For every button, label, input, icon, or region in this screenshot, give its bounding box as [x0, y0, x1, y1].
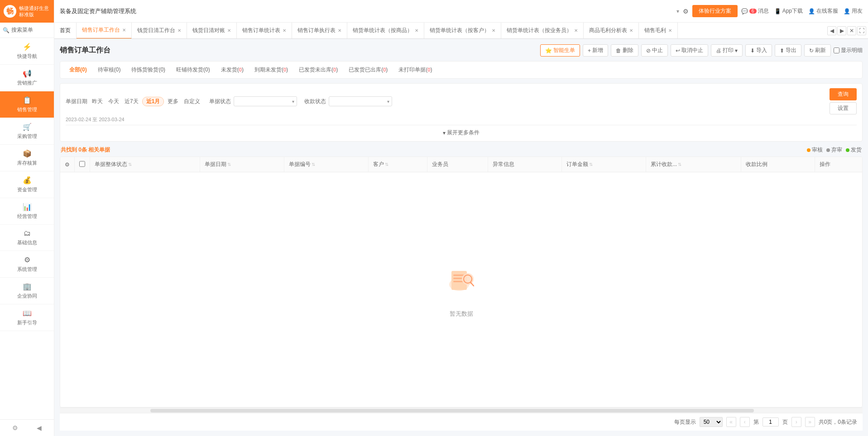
- stop-btn[interactable]: ⊘ 中止: [641, 44, 668, 57]
- online-service-action[interactable]: 👤 在线客服: [808, 7, 838, 15]
- ship-btn[interactable]: 发货: [846, 146, 862, 154]
- date-option-7days[interactable]: 近7天: [123, 97, 140, 106]
- sidebar-item-basic-info[interactable]: 🗂 基础信息: [0, 225, 54, 251]
- th-status[interactable]: 单据整体状态: [90, 157, 200, 172]
- tab-home[interactable]: 首页: [54, 23, 77, 39]
- tab-sales-summary-staff[interactable]: 销货单统计表（按业务员） ✕: [501, 23, 584, 39]
- export-btn[interactable]: ⬆ 导出: [775, 44, 801, 57]
- tab-sales-summary-product[interactable]: 销货单统计表（按商品） ✕: [347, 23, 424, 39]
- subtab-overdue-not-shipped[interactable]: 到期未发货(0): [249, 64, 293, 76]
- tab-close-sales-more[interactable]: ✕: [668, 28, 672, 33]
- tab-nav-next[interactable]: ▶: [837, 26, 846, 35]
- filter-expand-btn[interactable]: ▾ 展开更多条件: [66, 125, 857, 137]
- pagination-next[interactable]: ›: [791, 417, 801, 427]
- th-date[interactable]: 单据日期: [200, 157, 284, 172]
- print-btn[interactable]: 🖨 打印 ▾: [711, 44, 743, 57]
- sidebar-item-system[interactable]: ⚙ 系统管理: [0, 251, 54, 278]
- refresh-btn[interactable]: ↻ 刷新: [804, 44, 831, 57]
- tab-nav-maximize[interactable]: ⛶: [857, 26, 866, 35]
- new-btn[interactable]: + 新增: [583, 44, 608, 57]
- topbar-dropdown-arrow[interactable]: ▾: [676, 8, 679, 14]
- filter-payment-select[interactable]: [329, 96, 392, 106]
- sidebar-item-inventory[interactable]: 📦 库存核算: [0, 145, 54, 171]
- pagination-total: 共0页，0条记录: [819, 418, 857, 426]
- tab-close-sales-exec[interactable]: ✕: [338, 28, 341, 33]
- subtab-pending-check[interactable]: 待拣货验货(0): [126, 64, 171, 76]
- sidebar-item-operation[interactable]: 📊 经营管理: [0, 198, 54, 225]
- tab-cash-reconcile[interactable]: 钱货日清对账 ✕: [187, 23, 237, 39]
- subtab-not-shipped[interactable]: 未发货(0): [216, 64, 249, 76]
- tab-sales-exec[interactable]: 销售订单执行表 ✕: [292, 23, 347, 39]
- cancel-stop-btn[interactable]: ↩ 取消中止: [671, 44, 708, 57]
- tab-nav-prev[interactable]: ◀: [827, 26, 836, 35]
- sidebar-item-purchase[interactable]: 🛒 采购管理: [0, 118, 54, 145]
- settings-bottom-icon[interactable]: ⚙: [12, 424, 18, 431]
- th-number[interactable]: 单据编号: [284, 157, 369, 172]
- pagination-prev[interactable]: ‹: [740, 417, 750, 427]
- th-amount[interactable]: 订单金额: [561, 157, 646, 172]
- tab-close-cash-reconcile[interactable]: ✕: [227, 28, 231, 33]
- date-option-1month[interactable]: 近1月: [142, 97, 164, 106]
- user-action[interactable]: 👤 用友: [844, 7, 863, 15]
- tab-close-sales-workbench[interactable]: ✕: [122, 28, 126, 33]
- pagination-last[interactable]: »: [805, 417, 815, 427]
- import-btn[interactable]: ⬇ 导入: [745, 44, 772, 57]
- tab-sales-summary-customer[interactable]: 销货单统计表（按客户） ✕: [424, 23, 501, 39]
- sidebar-item-marketing[interactable]: 📢 营销推广: [0, 65, 54, 91]
- tab-close-sales-summary-product[interactable]: ✕: [415, 28, 418, 33]
- subtab-shipped-out[interactable]: 已发货已出库(0): [343, 64, 393, 76]
- pagination-first[interactable]: «: [726, 417, 736, 427]
- review-btn[interactable]: 审核: [807, 146, 823, 154]
- sidebar-search[interactable]: 🔍 搜索菜单: [0, 23, 54, 38]
- cancel-review-btn[interactable]: 弃审: [826, 146, 842, 154]
- th-checkbox[interactable]: [75, 157, 90, 172]
- subtab-wangpu-ship[interactable]: 旺铺待发货(0): [171, 64, 216, 76]
- th-collected[interactable]: 累计收款...: [646, 157, 741, 172]
- tab-sales-workbench[interactable]: 销售订单工作台 ✕: [77, 23, 132, 39]
- sidebar-item-enterprise[interactable]: 🏢 企业协同: [0, 278, 54, 304]
- sidebar-item-finance[interactable]: 💰 资金管理: [0, 171, 54, 198]
- tab-product-margin[interactable]: 商品毛利分析表 ✕: [584, 23, 639, 39]
- tab-close-sales-stats[interactable]: ✕: [283, 28, 286, 33]
- delete-btn[interactable]: 🗑 删除: [611, 44, 638, 57]
- sidebar-item-quick-nav[interactable]: ⚡ 快捷导航: [0, 38, 54, 65]
- tab-nav-close-all[interactable]: ✕: [847, 26, 856, 35]
- per-page-select[interactable]: 50 10 20 100: [700, 417, 723, 427]
- subtab-not-printed[interactable]: 未打印单据(0): [393, 64, 437, 76]
- date-option-today[interactable]: 今天: [106, 97, 121, 106]
- th-customer[interactable]: 客户: [369, 157, 427, 172]
- tab-sales-more[interactable]: 销售毛利 ✕: [639, 23, 678, 39]
- date-option-more[interactable]: 更多: [166, 97, 180, 106]
- tab-close-sales-summary-staff[interactable]: ✕: [574, 28, 578, 33]
- sidebar-bottom: ⚙ ◀: [0, 419, 54, 436]
- show-detail-checkbox[interactable]: [834, 47, 839, 53]
- tab-cash-daily[interactable]: 钱货日清工作台 ✕: [132, 23, 187, 39]
- scrollbar-row[interactable]: [60, 408, 863, 413]
- subtab-all[interactable]: 全部(0): [64, 64, 92, 76]
- date-option-yesterday[interactable]: 昨天: [90, 97, 105, 106]
- filter-settings-btn[interactable]: 设置: [830, 102, 857, 114]
- app-download-action[interactable]: 📱 App下载: [774, 7, 803, 15]
- topbar-gear-icon[interactable]: ⚙: [683, 8, 689, 15]
- tab-close-cash-daily[interactable]: ✕: [177, 28, 181, 33]
- query-btn[interactable]: 查询: [830, 88, 857, 100]
- logo-text: 畅捷通好生意 标准版: [19, 5, 49, 18]
- industry-btn[interactable]: 体验行业方案: [692, 5, 738, 17]
- show-detail-checkbox-wrap[interactable]: 显示明细: [834, 47, 863, 54]
- page-input[interactable]: [762, 417, 779, 427]
- collapse-sidebar-icon[interactable]: ◀: [37, 424, 42, 431]
- filter-status-select[interactable]: [234, 96, 297, 106]
- tab-close-sales-summary-customer[interactable]: ✕: [492, 28, 495, 33]
- date-option-custom[interactable]: 自定义: [182, 97, 202, 106]
- th-settings[interactable]: ⚙: [60, 157, 75, 172]
- subtab-pending-review[interactable]: 待审核(0): [92, 64, 126, 76]
- sidebar-item-guide[interactable]: 📖 新手引导: [0, 304, 54, 331]
- tab-close-product-margin[interactable]: ✕: [629, 28, 633, 33]
- scrollbar-thumb[interactable]: [150, 409, 754, 412]
- smart-btn[interactable]: ⭐ 智能生单: [540, 44, 580, 57]
- filter-date-label: 单据日期: [66, 98, 87, 105]
- message-action[interactable]: 💬 6 消息: [741, 7, 769, 15]
- tab-sales-stats[interactable]: 销售订单统计表 ✕: [237, 23, 292, 39]
- sidebar-item-sales[interactable]: 📋 销售管理: [0, 91, 54, 118]
- subtab-shipped-not-out[interactable]: 已发货未出库(0): [293, 64, 343, 76]
